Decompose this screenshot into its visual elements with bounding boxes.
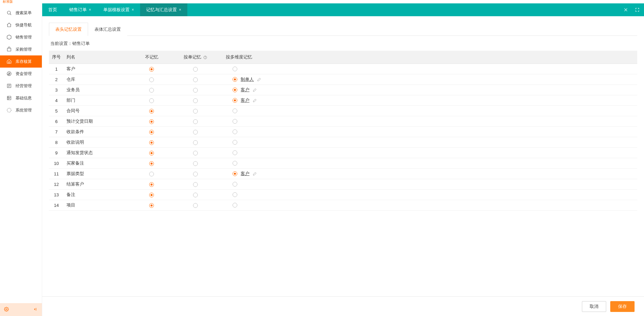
- ops-icon: [6, 83, 12, 89]
- inner-tab-表体汇总设置[interactable]: 表体汇总设置: [88, 23, 127, 36]
- radio-by-multi[interactable]: [233, 98, 237, 103]
- radio-by-multi[interactable]: [233, 77, 237, 82]
- cell-name: 预计交货日期: [64, 116, 131, 127]
- close-all-tabs-icon[interactable]: [622, 6, 630, 14]
- radio-no-memory[interactable]: [149, 67, 154, 72]
- table-row: 2仓库制单人: [49, 74, 637, 85]
- sidebar-item-fund[interactable]: 资金管理: [0, 68, 42, 80]
- sidebar-item-base[interactable]: A基础信息: [0, 92, 42, 104]
- cell-seq: 4: [49, 95, 64, 106]
- radio-no-memory[interactable]: [149, 151, 154, 155]
- sidebar-item-label: 资金管理: [16, 71, 32, 77]
- tab-销售订单[interactable]: 销售订单×: [63, 3, 97, 16]
- radio-by-order[interactable]: [193, 119, 198, 124]
- fullscreen-icon[interactable]: [633, 6, 641, 14]
- current-setting-value: 销售订单: [72, 41, 90, 46]
- radio-by-order[interactable]: [193, 109, 198, 114]
- radio-by-order[interactable]: [193, 67, 198, 72]
- radio-no-memory[interactable]: [149, 98, 154, 103]
- cell-seq: 7: [49, 127, 64, 137]
- radio-by-order[interactable]: [193, 98, 198, 103]
- cell-seq: 3: [49, 85, 64, 95]
- radio-by-order[interactable]: [193, 203, 198, 208]
- radio-no-memory[interactable]: [149, 161, 154, 166]
- radio-by-order[interactable]: [193, 161, 198, 166]
- radio-no-memory[interactable]: [149, 172, 154, 176]
- radio-by-order[interactable]: [193, 172, 198, 176]
- save-button[interactable]: 保存: [610, 301, 635, 312]
- radio-no-memory[interactable]: [149, 77, 154, 82]
- tab-首页[interactable]: 首页: [42, 3, 63, 16]
- tab-close-icon[interactable]: ×: [89, 7, 91, 12]
- cell-name: 收款说明: [64, 137, 131, 148]
- radio-no-memory[interactable]: [149, 109, 154, 114]
- help-icon[interactable]: [203, 55, 207, 59]
- cell-name: 收款条件: [64, 127, 131, 137]
- radio-by-multi[interactable]: [233, 119, 237, 124]
- cancel-button[interactable]: 取消: [582, 301, 606, 312]
- cell-name: 备注: [64, 190, 131, 200]
- radio-by-multi[interactable]: [233, 67, 237, 71]
- radio-by-order[interactable]: [193, 193, 198, 197]
- radio-by-order[interactable]: [193, 140, 198, 145]
- tab-close-icon[interactable]: ×: [179, 7, 181, 12]
- radio-by-multi[interactable]: [233, 171, 237, 176]
- multi-dim-value[interactable]: 客户: [241, 97, 249, 103]
- radio-no-memory[interactable]: [149, 119, 154, 124]
- multi-dim-value[interactable]: 制单人: [241, 76, 254, 82]
- sidebar-item-inventory[interactable]: 库存核算: [0, 55, 42, 68]
- radio-by-multi[interactable]: [233, 192, 237, 197]
- table-row: 6预计交货日期: [49, 116, 637, 127]
- radio-by-order[interactable]: [193, 88, 198, 93]
- radio-by-multi[interactable]: [233, 161, 237, 166]
- radio-by-multi[interactable]: [233, 129, 237, 134]
- radio-by-multi[interactable]: [233, 150, 237, 155]
- radio-by-multi[interactable]: [233, 182, 237, 187]
- settings-panel: 表头记忆设置表体汇总设置 当前设置：销售订单 序号 列名 不记忆 按单记忆: [42, 16, 644, 296]
- sidebar-item-sale[interactable]: 销售管理: [0, 31, 42, 43]
- tab-close-icon[interactable]: ×: [132, 7, 134, 12]
- edit-icon[interactable]: [253, 172, 257, 176]
- sidebar-footer: [0, 303, 42, 316]
- svg-rect-2: [7, 48, 11, 51]
- sidebar-item-search[interactable]: 搜索菜单: [0, 7, 42, 19]
- radio-no-memory[interactable]: [149, 193, 154, 197]
- svg-line-1: [10, 14, 11, 15]
- radio-by-order[interactable]: [193, 182, 198, 187]
- svg-point-16: [205, 58, 206, 58]
- radio-no-memory[interactable]: [149, 203, 154, 208]
- sidebar-collapse-icon[interactable]: [33, 307, 38, 313]
- radio-by-multi[interactable]: [233, 203, 237, 208]
- edit-icon[interactable]: [253, 98, 257, 102]
- table-row: 4部门客户: [49, 95, 637, 106]
- edit-icon[interactable]: [257, 77, 261, 81]
- radio-by-multi[interactable]: [233, 108, 237, 113]
- inner-tab-表头记忆设置[interactable]: 表头记忆设置: [49, 23, 88, 36]
- radio-no-memory[interactable]: [149, 182, 154, 187]
- sidebar-item-home[interactable]: 快捷导航: [0, 19, 42, 31]
- radio-by-order[interactable]: [193, 151, 198, 155]
- th-seq: 序号: [49, 51, 64, 64]
- tab-单据模板设置[interactable]: 单据模板设置×: [97, 3, 140, 16]
- multi-dim-value[interactable]: 客户: [241, 87, 249, 93]
- multi-dim-value[interactable]: 客户: [241, 171, 249, 177]
- sidebar-item-purchase[interactable]: 采购管理: [0, 43, 42, 55]
- sidebar-item-ops[interactable]: 经营管理: [0, 80, 42, 92]
- table-row: 10买家备注: [49, 158, 637, 169]
- inventory-icon: [6, 58, 12, 65]
- cell-seq: 9: [49, 148, 64, 158]
- radio-by-multi[interactable]: [233, 88, 237, 92]
- radio-by-order[interactable]: [193, 130, 198, 135]
- tab-记忆与汇总设置[interactable]: 记忆与汇总设置×: [140, 3, 187, 16]
- svg-point-0: [7, 11, 10, 14]
- radio-no-memory[interactable]: [149, 140, 154, 145]
- edit-icon[interactable]: [253, 88, 257, 92]
- radio-by-multi[interactable]: [233, 140, 237, 145]
- sidebar: 搜索菜单快捷导航销售管理采购管理库存核算资金管理经营管理A基础信息系统管理: [0, 3, 42, 316]
- radio-no-memory[interactable]: [149, 130, 154, 135]
- gear-icon[interactable]: [4, 307, 9, 313]
- radio-no-memory[interactable]: [149, 88, 154, 93]
- table-row: 11票据类型客户: [49, 169, 637, 179]
- radio-by-order[interactable]: [193, 77, 198, 82]
- sidebar-item-system[interactable]: 系统管理: [0, 104, 42, 116]
